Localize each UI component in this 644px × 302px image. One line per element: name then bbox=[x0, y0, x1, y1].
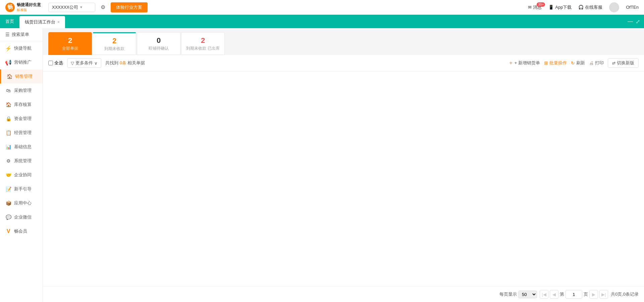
user-name[interactable]: OfTEn bbox=[626, 5, 639, 10]
sidebar-item-finance[interactable]: 🔒 资金管理 bbox=[0, 112, 43, 126]
found-info: 共找到 0条 相关单据 bbox=[105, 60, 145, 66]
purchase-icon: 🛍 bbox=[5, 87, 11, 94]
print-icon: 🖨 bbox=[589, 60, 594, 66]
app-center-icon: 📦 bbox=[5, 200, 11, 206]
stat-overdue-number: 2 bbox=[112, 37, 116, 45]
new-version-label: 切换新版 bbox=[617, 60, 634, 66]
tab-home[interactable]: 首页 bbox=[0, 15, 19, 28]
stat-overdue-out-label: 到期未收款 已出库 bbox=[186, 46, 219, 51]
page-prev-btn[interactable]: ◀ bbox=[550, 290, 558, 299]
company-dropdown-icon: ▼ bbox=[79, 5, 83, 9]
tab-minimize-icon[interactable]: — bbox=[628, 18, 633, 24]
per-page-dropdown[interactable]: 50 100 200 bbox=[518, 291, 537, 298]
experience-btn[interactable]: 体验行业方案 bbox=[111, 2, 148, 12]
select-all-checkbox[interactable]: 全选 bbox=[48, 60, 63, 66]
filter-btn[interactable]: ▽ 更多条件 ∨ bbox=[67, 58, 101, 68]
new-sale-btn[interactable]: + + 新增销货单 bbox=[509, 60, 540, 66]
pagination: 每页显示 50 100 200 |◀ ◀ 第 页 ▶ ▶| 共0页,0条 bbox=[43, 286, 644, 302]
filter-arrow-icon: ∨ bbox=[94, 61, 98, 66]
tab-active-label: 钱货日清工作台 bbox=[25, 19, 55, 25]
sidebar-label-system: 系统管理 bbox=[14, 158, 32, 164]
stat-tab-overdue-out[interactable]: 2 到期未收款 已出库 bbox=[181, 32, 225, 55]
cooperation-icon: 🤝 bbox=[5, 172, 11, 178]
brand-tag: 标准版 bbox=[17, 8, 41, 12]
page-total: 共0页,0条记录 bbox=[611, 291, 639, 297]
company-name: XXXXXX公司 bbox=[52, 4, 78, 10]
app-download-label: App下载 bbox=[555, 4, 572, 10]
page-next-btn[interactable]: ▶ bbox=[589, 290, 598, 299]
table-area bbox=[43, 71, 644, 286]
top-header: 畅 畅捷通好生意 标准版 XXXXXX公司 ▼ ⚙ 体验行业方案 ✉ 消息 99… bbox=[0, 0, 644, 15]
page-first-btn[interactable]: |◀ bbox=[540, 290, 548, 299]
stats-tabs: 2 全部单据 2 到期未收款 0 旺铺待确认 2 到期未收款 已出库 bbox=[43, 28, 644, 55]
phone-icon: 📱 bbox=[548, 5, 554, 10]
brand-text: 畅捷通好生意 标准版 bbox=[17, 2, 41, 12]
page-size-select: 每页显示 50 100 200 bbox=[499, 291, 537, 298]
message-badge: 99+ bbox=[537, 2, 545, 7]
tab-close-icon[interactable]: × bbox=[57, 20, 60, 24]
sidebar-item-basic-info[interactable]: 📊 基础信息 bbox=[0, 140, 43, 154]
tab-expand-icon[interactable]: ⤢ bbox=[636, 18, 640, 25]
batch-btn[interactable]: ⊞ 批量操作 bbox=[544, 60, 567, 66]
sidebar-item-member[interactable]: V 畅会员 bbox=[0, 224, 43, 238]
sidebar-label-quick-nav: 快捷导航 bbox=[14, 45, 32, 51]
sidebar-label-guide: 新手引导 bbox=[14, 186, 32, 192]
sidebar-search[interactable]: ☰ 搜索菜单 bbox=[0, 28, 43, 41]
sidebar-item-app-center[interactable]: 📦 应用中心 bbox=[0, 196, 43, 210]
stat-all-label: 全部单据 bbox=[62, 46, 78, 51]
sidebar-label-marketing: 营销推广 bbox=[14, 59, 32, 65]
main-content: 2 全部单据 2 到期未收款 0 旺铺待确认 2 到期未收款 已出库 bbox=[43, 28, 644, 302]
sidebar-item-wechat[interactable]: 💬 企业微信 bbox=[0, 210, 43, 224]
sales-icon: 🏠 bbox=[6, 73, 12, 79]
sidebar-item-quick-nav[interactable]: ⚡ 快捷导航 bbox=[0, 41, 43, 55]
member-icon: V bbox=[5, 228, 11, 234]
found-prefix: 共找到 bbox=[105, 60, 118, 65]
stat-tab-pending[interactable]: 0 旺铺待确认 bbox=[137, 32, 180, 55]
found-count: 0条 bbox=[120, 60, 126, 65]
new-version-btn[interactable]: ⇄ 切换新版 bbox=[608, 58, 639, 68]
stat-overdue-label: 到期未收款 bbox=[104, 46, 124, 52]
sidebar-label-cooperation: 企业协同 bbox=[14, 172, 32, 178]
stat-overdue-out-number: 2 bbox=[201, 36, 205, 45]
sidebar-label-purchase: 采购管理 bbox=[14, 87, 32, 94]
headset-icon: 🎧 bbox=[578, 5, 584, 10]
message-btn[interactable]: ✉ 消息 99+ bbox=[528, 4, 542, 10]
refresh-btn[interactable]: ↻ 刷新 bbox=[571, 60, 585, 66]
print-btn[interactable]: 🖨 打印 bbox=[589, 60, 604, 66]
sidebar-item-system[interactable]: ⚙ 系统管理 bbox=[0, 154, 43, 168]
filter-icon: ▽ bbox=[71, 61, 74, 66]
tab-bar: 首页 钱货日清工作台 × — ⤢ bbox=[0, 15, 644, 28]
select-all-label: 全选 bbox=[54, 60, 63, 66]
page-last-btn[interactable]: ▶| bbox=[599, 290, 608, 299]
sidebar-item-operations[interactable]: 📋 经营管理 bbox=[0, 126, 43, 140]
online-service-btn[interactable]: 🎧 在线客服 bbox=[578, 4, 602, 10]
page-prefix: 第 bbox=[560, 291, 564, 297]
sidebar-item-guide[interactable]: 📝 新手引导 bbox=[0, 182, 43, 196]
company-selector[interactable]: XXXXXX公司 ▼ bbox=[48, 3, 95, 12]
system-icon: ⚙ bbox=[5, 158, 11, 164]
tab-active[interactable]: 钱货日清工作台 × bbox=[19, 16, 65, 28]
found-suffix: 相关单据 bbox=[127, 60, 145, 65]
sidebar-label-operations: 经营管理 bbox=[14, 130, 32, 136]
stat-tab-overdue[interactable]: 2 到期未收款 bbox=[93, 32, 136, 55]
sidebar-item-purchase[interactable]: 🛍 采购管理 bbox=[0, 83, 43, 98]
switch-icon: ⇄ bbox=[612, 61, 615, 65]
sidebar-item-marketing[interactable]: 📢 营销推广 bbox=[0, 55, 43, 69]
brand-icon: 畅 bbox=[5, 3, 15, 12]
sidebar-label-app-center: 应用中心 bbox=[14, 200, 32, 206]
sidebar-label-member: 畅会员 bbox=[14, 228, 27, 234]
search-icon: ☰ bbox=[5, 32, 10, 37]
batch-label: 批量操作 bbox=[549, 60, 567, 66]
sidebar-item-inventory[interactable]: 🏠 库存核算 bbox=[0, 98, 43, 112]
sidebar-item-cooperation[interactable]: 🤝 企业协同 bbox=[0, 168, 43, 182]
sidebar: ☰ 搜索菜单 ⚡ 快捷导航 📢 营销推广 🏠 销售管理 🛍 采购管理 🏠 库存核… bbox=[0, 28, 43, 302]
select-all-input[interactable] bbox=[48, 61, 53, 65]
app-download-btn[interactable]: 📱 App下载 bbox=[548, 4, 572, 10]
sidebar-item-sales[interactable]: 🏠 销售管理 bbox=[0, 69, 43, 83]
page-nav: |◀ ◀ 第 页 ▶ ▶| bbox=[540, 290, 608, 299]
refresh-label: 刷新 bbox=[576, 60, 585, 66]
refresh-icon: ↻ bbox=[571, 60, 575, 66]
page-number-input[interactable] bbox=[566, 290, 582, 299]
settings-button[interactable]: ⚙ bbox=[98, 2, 108, 12]
stat-tab-all[interactable]: 2 全部单据 bbox=[48, 32, 92, 55]
